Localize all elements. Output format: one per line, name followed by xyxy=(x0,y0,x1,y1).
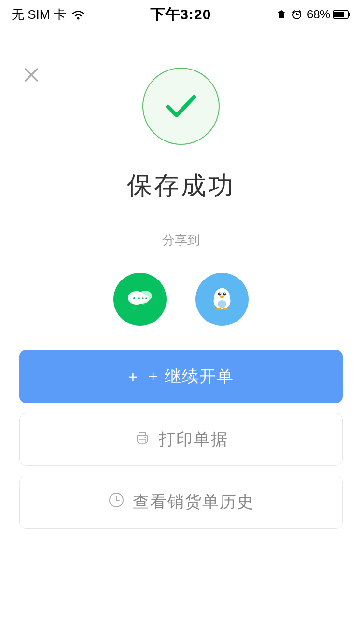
svg-point-12 xyxy=(133,297,135,299)
status-bar: 无 SIM 卡 下午3:20 68% xyxy=(0,0,362,29)
close-button[interactable] xyxy=(19,63,43,87)
svg-rect-4 xyxy=(349,13,350,16)
location-icon xyxy=(276,9,287,20)
svg-point-21 xyxy=(224,293,226,294)
divider-line-right xyxy=(209,240,343,240)
no-sim-text: 无 SIM 卡 xyxy=(12,6,66,23)
status-time: 下午3:20 xyxy=(150,5,211,25)
svg-point-22 xyxy=(220,296,224,298)
share-label: 分享到 xyxy=(162,232,200,249)
share-icons xyxy=(19,273,343,326)
battery-icon xyxy=(333,10,350,19)
svg-point-14 xyxy=(142,297,144,299)
history-icon xyxy=(108,491,125,513)
battery-percent: 68% xyxy=(307,8,330,21)
qq-icon xyxy=(206,283,238,315)
success-title: 保存成功 xyxy=(127,169,235,203)
svg-rect-3 xyxy=(334,12,344,17)
svg-point-25 xyxy=(216,308,221,310)
check-icon xyxy=(159,84,203,128)
main-content: 保存成功 分享到 xyxy=(0,29,362,644)
plus-icon: + xyxy=(128,367,139,386)
wechat-share-button[interactable] xyxy=(113,273,167,326)
continue-button[interactable]: + + 继续开单 xyxy=(19,350,343,403)
svg-point-24 xyxy=(218,300,226,308)
svg-point-13 xyxy=(138,297,140,299)
alarm-icon xyxy=(292,9,302,20)
svg-rect-30 xyxy=(139,439,146,443)
continue-label: + 继续开单 xyxy=(148,365,234,388)
qq-share-button[interactable] xyxy=(195,273,249,326)
history-label: 查看销货单历史 xyxy=(133,491,254,513)
printer-icon xyxy=(134,429,151,450)
history-button[interactable]: 查看销货单历史 xyxy=(19,476,343,529)
svg-point-0 xyxy=(77,17,79,20)
battery-indicator: 68% xyxy=(307,8,350,21)
share-divider: 分享到 xyxy=(19,232,343,249)
status-left: 无 SIM 卡 xyxy=(12,6,85,23)
status-right: 68% xyxy=(276,8,350,21)
svg-point-26 xyxy=(223,308,228,310)
svg-point-31 xyxy=(145,437,146,438)
share-section: 分享到 xyxy=(0,232,362,326)
print-button[interactable]: 打印单据 xyxy=(19,413,343,466)
wifi-icon xyxy=(71,9,85,20)
wechat-icon xyxy=(124,283,156,315)
divider-line-left xyxy=(19,240,153,240)
success-icon-circle xyxy=(142,68,220,145)
svg-point-20 xyxy=(220,293,221,294)
svg-point-15 xyxy=(145,297,147,299)
print-label: 打印单据 xyxy=(159,428,228,450)
action-buttons: + + 继续开单 打印单据 查看销货单历史 xyxy=(0,350,362,529)
